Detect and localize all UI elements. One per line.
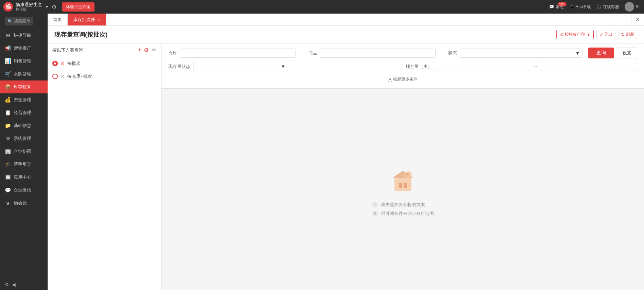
left-panel-settings-btn[interactable]: ⚙ [144, 47, 149, 53]
query-btn[interactable]: 查询 [588, 48, 614, 58]
warehouse-more-btn[interactable]: ··· [298, 50, 303, 56]
top-settings-icon[interactable]: ⚙ [52, 4, 56, 10]
sidebar-item-finance[interactable]: 💰 资金管理 [0, 93, 48, 106]
tab-panel-close-btn[interactable]: ✕ [631, 14, 644, 25]
collapse-label: 收起更多条件 [393, 76, 418, 82]
status-chevron-icon: ▼ [575, 51, 580, 56]
sidebar-item-member[interactable]: V 畅会员 [0, 197, 48, 210]
empty-state: 1 请先选择要分析的方案 2 用过滤条件来缩小分析范围 [162, 89, 644, 290]
sidebar-item-quick-nav[interactable]: ⊞ 快捷导航 [0, 29, 48, 42]
svg-point-6 [408, 174, 409, 175]
collapse-icon: ⋀ [388, 77, 392, 82]
app-download-btn[interactable]: 📱 App下载 [569, 4, 591, 10]
export-icon: ↗ [599, 32, 603, 37]
ops-icon: 📋 [5, 110, 11, 116]
page-header: 现存量查询(按批次) 🖨 按模板打印 ▼ ↗ 导出 ↻ [48, 26, 644, 43]
sidebar-item-marketing[interactable]: 📢 营销推广 [0, 42, 48, 55]
sidebar-item-label: 资金管理 [14, 97, 31, 103]
search-input[interactable]: 🔍 搜索菜单 [5, 17, 33, 25]
print-icon: 🖨 [559, 32, 563, 37]
print-dropdown-icon: ▼ [587, 32, 591, 37]
tab-inventory-batch[interactable]: 库存批次账 ✕ [68, 14, 106, 25]
filter-stock-qty: 现存量（主） — [406, 62, 638, 71]
sidebar-bottom: ⚙ ◀ [0, 279, 48, 290]
settings-btn[interactable]: 设置 [617, 48, 637, 58]
sidebar-item-search[interactable]: 🔍 搜索菜单 [0, 14, 48, 29]
sidebar-item-label: 采购管理 [14, 71, 31, 77]
export-btn[interactable]: ↗ 导出 [596, 30, 615, 39]
stock-qty-to-input[interactable] [541, 62, 637, 71]
product-more-btn[interactable]: ··· [438, 50, 443, 56]
left-panel-add-btn[interactable]: + [138, 47, 141, 53]
top-bar-right: 💬 消息 99+ 📱 App下载 🎧 在线客服 Rit [549, 2, 641, 12]
user-name: Rit [635, 4, 641, 9]
filter-collapse-btn[interactable]: ⋀ 收起更多条件 [168, 74, 637, 84]
by-warehouse-batch-label: 按仓库+批次 [67, 73, 92, 79]
by-warehouse-batch-icon: ⊙ [61, 74, 65, 79]
purchase-icon: 🛒 [5, 71, 11, 77]
hint-1-text: 请先选择要分析的方案 [381, 202, 425, 208]
print-btn[interactable]: 🖨 按模板打印 ▼ [556, 30, 594, 39]
left-panel-item-by-batch[interactable]: ⊙ 按批次 [48, 57, 161, 70]
sidebar-item-label: 新手引导 [14, 161, 31, 167]
sidebar-item-system[interactable]: ⚙ 系统管理 [0, 132, 48, 145]
tab-inventory-label: 库存批次账 [73, 17, 95, 23]
top-bar-left: 畅 畅康通好生意 标准版 ▼ ⚙ 体验行业方案 [3, 2, 95, 12]
sidebar-settings-btn[interactable]: ⚙ [5, 282, 9, 287]
radio-by-batch[interactable] [52, 61, 58, 66]
messages-btn[interactable]: 💬 消息 99+ [549, 4, 564, 10]
nav-dropdown[interactable]: ▼ [45, 4, 49, 9]
headset-icon: 🎧 [596, 4, 601, 9]
filter-row-1: 仓库 ··· 商品 ··· 状态 [168, 48, 637, 58]
newuser-icon: 🎓 [5, 161, 11, 167]
sidebar-item-label: 企业协同 [14, 148, 31, 155]
filter-status: 状态 ▼ [448, 49, 583, 58]
sidebar-item-inventory[interactable]: 📦 库存核算 [0, 80, 48, 93]
sidebar-collapse-btn[interactable]: ◀ [12, 282, 16, 287]
sidebar-item-wechat[interactable]: 💬 企业微信 [0, 184, 48, 197]
stock-status-chevron-icon: ▼ [281, 64, 285, 69]
sidebar-item-newuser[interactable]: 🎓 新手引导 [0, 158, 48, 171]
refresh-btn[interactable]: ↻ 刷新 [618, 30, 637, 39]
sidebar-item-label: 销售管理 [14, 58, 31, 64]
left-panel-item-by-warehouse-batch[interactable]: ⊙ 按仓库+批次 [48, 70, 161, 83]
stock-qty-label: 现存量（主） [406, 64, 432, 70]
experience-btn[interactable]: 体验行业方案 [62, 2, 95, 12]
app-download-label: App下载 [576, 4, 591, 10]
filter-product: 商品 ··· [308, 49, 443, 58]
finance-icon: 💰 [5, 97, 11, 103]
filter-dash: — [534, 64, 538, 69]
sidebar-item-label: 企业微信 [14, 187, 31, 193]
warehouse-input[interactable] [180, 49, 295, 58]
sidebar-item-purchase[interactable]: 🛒 采购管理 [0, 68, 48, 80]
online-service-btn[interactable]: 🎧 在线客服 [596, 4, 619, 10]
left-panel-header-label: 按以下方案查询 [52, 47, 83, 53]
sidebar-item-ops[interactable]: 📋 经营管理 [0, 106, 48, 119]
sidebar-item-label: 基础信息 [14, 123, 31, 129]
stock-status-select[interactable]: ▼ [193, 62, 288, 71]
system-icon: ⚙ [5, 135, 11, 142]
product-label: 商品 [308, 50, 317, 56]
left-panel-collapse-btn[interactable]: ≪ [151, 47, 156, 53]
sidebar-item-label: 经营管理 [14, 110, 31, 116]
radio-by-warehouse-batch[interactable] [52, 74, 58, 79]
sidebar-item-label: 应用中心 [14, 174, 31, 180]
sidebar-item-basic[interactable]: 📁 基础信息 [0, 119, 48, 132]
online-service-label: 在线客服 [603, 4, 619, 10]
status-select[interactable]: ▼ [460, 49, 583, 58]
user-profile[interactable]: Rit [625, 2, 641, 12]
product-input[interactable] [320, 49, 436, 58]
svg-point-4 [404, 171, 412, 179]
svg-rect-3 [404, 183, 407, 188]
tab-home[interactable]: 首页 [48, 14, 68, 25]
sidebar-item-appstore[interactable]: 🔲 应用中心 [0, 171, 48, 184]
tab-close-btn[interactable]: ✕ [97, 17, 101, 22]
app-name: 畅康通好生意 [16, 2, 42, 7]
search-icon: 🔍 [7, 19, 13, 24]
sidebar-item-enterprise[interactable]: 🏢 企业协同 [0, 145, 48, 158]
sidebar-item-sales[interactable]: 📊 销售管理 [0, 55, 48, 68]
body-layout: 按以下方案查询 + ⚙ ≪ ⊙ 按批次 [48, 43, 644, 290]
stock-qty-from-input[interactable] [435, 62, 531, 71]
filter-row-2: 现存量状态 ▼ 现存量（主） — [168, 62, 637, 71]
print-label: 按模板打印 [565, 32, 585, 37]
